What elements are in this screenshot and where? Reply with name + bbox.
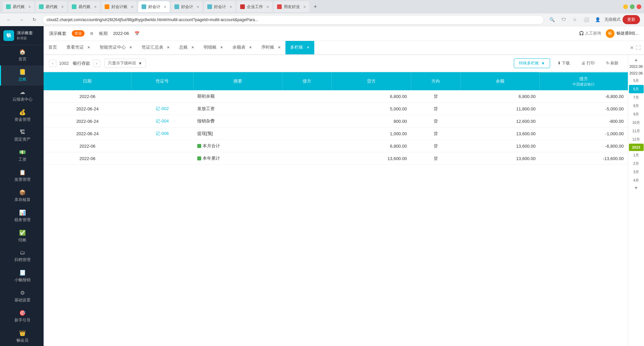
print-button[interactable]: 🖨 打印 bbox=[577, 59, 598, 68]
profile-icon[interactable]: 👤 bbox=[593, 15, 602, 24]
tab-voucher-view[interactable]: 查看凭证 ✕ bbox=[62, 41, 95, 55]
filter-button[interactable]: 只显示下级科目 ▼ bbox=[104, 59, 146, 68]
back-button[interactable]: ← bbox=[4, 15, 13, 24]
shield-icon[interactable]: 🛡 bbox=[559, 15, 568, 24]
time-october[interactable]: 10月 bbox=[629, 118, 644, 127]
special-ledger-button[interactable]: 特殊多栏账 ▼ bbox=[514, 58, 550, 68]
tab-multi-col[interactable]: 多栏账 ✕ bbox=[285, 41, 314, 55]
reload-button[interactable]: ↻ bbox=[30, 15, 39, 24]
tab-smart-voucher[interactable]: 智能凭证中心 ✕ bbox=[95, 41, 137, 55]
time-apr-2023[interactable]: 4月 bbox=[629, 176, 644, 185]
time-september[interactable]: 9月 bbox=[629, 110, 644, 118]
tab-balance[interactable]: 余额表 ✕ bbox=[228, 41, 257, 55]
new-tab-button[interactable]: + bbox=[311, 2, 320, 11]
time-mar-2023[interactable]: 3月 bbox=[629, 168, 644, 176]
tab-close-3[interactable]: ✕ bbox=[94, 5, 97, 9]
browser-tab-7[interactable]: 好会计 ✕ bbox=[204, 1, 235, 12]
sidebar-item-funds[interactable]: 💰 资金管理 bbox=[0, 106, 44, 126]
sidebar-item-archive[interactable]: 🗂 归档管理 bbox=[0, 246, 44, 266]
tab-close-2[interactable]: ✕ bbox=[61, 5, 64, 9]
sidebar-item-inventory[interactable]: 📦 库存核算 bbox=[0, 186, 44, 206]
tab-close-5[interactable]: ✕ bbox=[164, 5, 166, 9]
time-jan-2023[interactable]: 1月 bbox=[629, 151, 644, 159]
sidebar-item-report[interactable]: ☁ 云报表中心 bbox=[0, 86, 44, 106]
expand-button[interactable]: ⛶ bbox=[636, 45, 641, 50]
tab-balance-close[interactable]: ✕ bbox=[249, 45, 252, 50]
row-voucher-3[interactable]: 记-006 bbox=[131, 128, 193, 140]
browser-tab-9[interactable]: 用友好业 ✕ bbox=[274, 1, 309, 12]
time-july[interactable]: 7月 bbox=[629, 93, 644, 102]
sidebar-item-guide[interactable]: 🎯 新手引导 bbox=[0, 306, 44, 327]
window-close[interactable] bbox=[637, 4, 641, 9]
voucher-link-1[interactable]: 记-002 bbox=[156, 106, 169, 111]
refresh-button[interactable]: ↻ 刷新 bbox=[602, 59, 623, 68]
sidebar-item-settings[interactable]: ⚙ 基础设置 bbox=[0, 286, 44, 306]
browser-tab-8[interactable]: 企业工作 ✕ bbox=[237, 1, 272, 12]
tab-voucher-summary-close[interactable]: ✕ bbox=[167, 45, 170, 50]
star-icon[interactable]: ☆ bbox=[570, 15, 580, 24]
tab-journal[interactable]: 序时账 ✕ bbox=[257, 41, 285, 55]
time-may[interactable]: 5月 bbox=[629, 77, 644, 85]
tab-detail-ledger-close[interactable]: ✕ bbox=[220, 45, 223, 50]
tab-smart-voucher-close[interactable]: ✕ bbox=[129, 45, 132, 50]
row-voucher-2[interactable]: 记-004 bbox=[131, 115, 193, 128]
total-dot-4 bbox=[197, 144, 201, 148]
sidebar-item-home[interactable]: 🏠 首页 bbox=[0, 45, 44, 65]
time-november[interactable]: 11月 bbox=[629, 127, 644, 135]
help-button[interactable]: 🎧 人工咨询 bbox=[579, 31, 601, 36]
calendar-icon[interactable]: 📅 bbox=[135, 31, 140, 36]
forward-button[interactable]: → bbox=[17, 15, 26, 24]
tab-close-8[interactable]: ✕ bbox=[266, 5, 269, 9]
browser-tab-4[interactable]: 好会计账 ✕ bbox=[101, 1, 137, 12]
time-scroll-down[interactable]: ▼ bbox=[633, 185, 639, 191]
voucher-link-3[interactable]: 记-006 bbox=[156, 131, 169, 136]
download-button[interactable]: ⬇ 下载 bbox=[553, 59, 574, 68]
sidebar-item-tax[interactable]: 📊 税务管理 bbox=[0, 206, 44, 226]
status-badge[interactable]: 营业 bbox=[72, 30, 85, 37]
time-august[interactable]: 8月 bbox=[629, 102, 644, 110]
sidebar-item-expense[interactable]: 🧾 小畅报销 bbox=[0, 266, 44, 286]
browser-tab-1[interactable]: 易代账 ✕ bbox=[3, 1, 34, 12]
search-icon[interactable]: 🔍 bbox=[547, 15, 557, 24]
window-maximize[interactable] bbox=[630, 4, 635, 9]
voucher-link-2[interactable]: 记-004 bbox=[156, 118, 169, 123]
browser-tab-6[interactable]: 好会计 ✕ bbox=[171, 1, 203, 12]
time-feb-2023[interactable]: 2月 bbox=[629, 159, 644, 168]
tab-journal-close[interactable]: ✕ bbox=[278, 45, 281, 50]
sidebar-toggle-icon[interactable]: ⬜ bbox=[582, 15, 591, 24]
sidebar-item-invoice[interactable]: 📋 发票管理 bbox=[0, 166, 44, 186]
close-panel-button[interactable]: ✕ bbox=[630, 45, 634, 50]
sidebar-item-fixed-assets[interactable]: 🏗 固定资产 bbox=[0, 126, 44, 146]
sidebar-item-close[interactable]: ✅ 结账 bbox=[0, 226, 44, 246]
row-credit-0: 6,800.00 bbox=[332, 90, 411, 103]
tab-home[interactable]: 首页 bbox=[44, 41, 62, 55]
tab-general-ledger[interactable]: 总账 ✕ bbox=[174, 41, 199, 55]
window-minimize[interactable] bbox=[623, 4, 628, 9]
browser-tab-2[interactable]: 易代账 ✕ bbox=[36, 1, 67, 12]
url-input[interactable]: cloud2.chanjet.com/accounting/uh26t264j5… bbox=[42, 15, 544, 24]
browser-tab-3[interactable]: 易代账 ✕ bbox=[68, 1, 100, 12]
next-account-button[interactable]: › bbox=[93, 60, 100, 67]
time-scroll-up[interactable]: ▲ bbox=[633, 56, 639, 63]
time-june[interactable]: 6月 bbox=[629, 85, 644, 93]
sidebar-item-ledger[interactable]: 📒 总账 bbox=[0, 65, 44, 86]
row-voucher-1[interactable]: 记-002 bbox=[131, 103, 193, 115]
tab-close-9[interactable]: ✕ bbox=[303, 5, 306, 9]
tab-close-1[interactable]: ✕ bbox=[28, 5, 31, 9]
tab-voucher-summary[interactable]: 凭证汇总表 ✕ bbox=[137, 41, 174, 55]
tab-detail-ledger[interactable]: 明细账 ✕ bbox=[199, 41, 228, 55]
time-december[interactable]: 12月 bbox=[629, 135, 644, 144]
sidebar-item-member[interactable]: 👑 畅会员 bbox=[0, 327, 44, 346]
settings-button[interactable]: ⚙ bbox=[90, 31, 94, 36]
prev-account-button[interactable]: ‹ bbox=[49, 60, 56, 67]
tab-close-6[interactable]: ✕ bbox=[197, 5, 199, 9]
tab-multi-col-close[interactable]: ✕ bbox=[307, 45, 310, 50]
browser-tab-5[interactable]: 好会计 ✕ bbox=[138, 1, 170, 12]
tab-general-ledger-close[interactable]: ✕ bbox=[191, 45, 194, 50]
tab-close-7[interactable]: ✕ bbox=[229, 5, 232, 9]
tab-voucher-view-close[interactable]: ✕ bbox=[87, 45, 90, 50]
update-button[interactable]: 更新 bbox=[623, 15, 640, 24]
user-profile[interactable]: 畅 畅捷通B组... bbox=[606, 29, 639, 38]
tab-close-4[interactable]: ✕ bbox=[131, 5, 133, 9]
sidebar-item-payroll[interactable]: 💵 工资 bbox=[0, 146, 44, 166]
